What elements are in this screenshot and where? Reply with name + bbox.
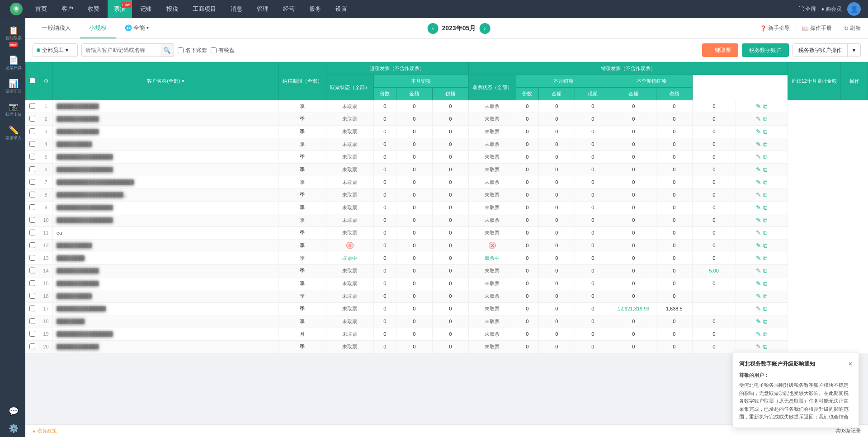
nav-tax[interactable]: 报税 [160, 0, 184, 18]
copy-icon[interactable]: ⧉ [763, 293, 767, 300]
td-client-name[interactable]: ████████████ [53, 264, 279, 277]
sidebar-item-scan-upload[interactable]: 📷 扫描上传 [0, 98, 25, 122]
row-checkbox[interactable] [29, 192, 35, 197]
row-checkbox[interactable] [29, 179, 35, 185]
td-client-name[interactable]: ███████████████████... [53, 188, 279, 201]
copy-icon[interactable]: ⧉ [763, 217, 767, 224]
nav-charge[interactable]: 收费 [81, 0, 106, 18]
nav-client[interactable]: 客户 [55, 0, 80, 18]
copy-icon[interactable]: ⧉ [763, 331, 767, 338]
copy-icon[interactable]: ⧉ [763, 280, 767, 287]
edit-icon[interactable]: ✎ [756, 153, 761, 160]
row-checkbox[interactable] [29, 154, 35, 160]
nav-service[interactable]: 服务 [303, 0, 327, 18]
one-key-fetch-button[interactable]: 一键取票 [702, 43, 738, 57]
td-client-name[interactable]: ██████████ [53, 290, 279, 302]
edit-icon[interactable]: ✎ [756, 305, 761, 312]
row-checkbox[interactable] [29, 103, 35, 109]
staff-dropdown[interactable]: 全部员工 ▾ [33, 43, 78, 57]
sub-accounts-checkbox[interactable] [178, 47, 184, 53]
sidebar-item-smart-fetch[interactable]: 📋 智能取票 new [0, 22, 25, 52]
edit-icon[interactable]: ✎ [756, 343, 761, 350]
edit-icon[interactable]: ✎ [756, 103, 761, 110]
cumulative-link[interactable]: 5.00 [709, 268, 719, 273]
edit-icon[interactable]: ✎ [756, 229, 761, 236]
edit-icon[interactable]: ✎ [756, 166, 761, 173]
copy-icon[interactable]: ⧉ [763, 230, 767, 236]
copy-icon[interactable]: ⧉ [763, 154, 767, 160]
copy-icon[interactable]: ⧉ [763, 141, 767, 148]
row-checkbox[interactable] [29, 204, 35, 210]
period-next-button[interactable]: › [479, 23, 490, 34]
td-client-name[interactable]: ██████████████████████ [53, 176, 279, 188]
td-client-name[interactable]: ████████████████ [53, 163, 279, 176]
td-client-name[interactable]: ██████████ [53, 138, 279, 150]
period-prev-button[interactable]: ‹ [428, 23, 439, 34]
app-logo[interactable] [7, 0, 25, 18]
row-checkbox[interactable] [29, 331, 35, 337]
td-client-name[interactable]: ████████████████ [53, 328, 279, 340]
sidebar-item-msg[interactable]: 💬 [0, 403, 25, 420]
tab-general-taxpayer[interactable]: 一般纳税人 [33, 18, 80, 38]
row-checkbox[interactable] [29, 242, 35, 248]
copy-icon[interactable]: ⧉ [763, 242, 767, 249]
copy-icon[interactable]: ⧉ [763, 192, 767, 198]
search-button[interactable]: 🔍 [160, 43, 174, 57]
td-client-name[interactable]: ████████████ [53, 340, 279, 353]
red-amount-link[interactable]: 12,621,319.99 [618, 306, 649, 311]
notification-close-button[interactable]: × [849, 359, 852, 369]
row-checkbox[interactable] [29, 128, 35, 134]
row-checkbox[interactable] [29, 343, 35, 349]
copy-icon[interactable]: ⧉ [763, 268, 767, 274]
edit-icon[interactable]: ✎ [756, 242, 761, 249]
edit-icon[interactable]: ✎ [756, 128, 761, 135]
tax-ops-dropdown-button[interactable]: ▼ [848, 43, 861, 57]
row-checkbox[interactable] [29, 268, 35, 273]
row-checkbox[interactable] [29, 255, 35, 261]
nav-settings[interactable]: 设置 [329, 0, 354, 18]
row-checkbox[interactable] [29, 293, 35, 299]
td-client-name[interactable]: ████████████████ [53, 150, 279, 163]
edit-icon[interactable]: ✎ [756, 204, 761, 211]
row-checkbox[interactable] [29, 305, 35, 311]
nav-business[interactable]: 工商项目 [186, 0, 222, 18]
sidebar-item-invoice-summary[interactable]: 📊 票据汇总 [0, 75, 25, 99]
nav-accounting[interactable]: 记账 [134, 0, 158, 18]
copy-icon[interactable]: ⧉ [763, 343, 767, 350]
td-client-name[interactable]: ████████ [53, 252, 279, 264]
row-checkbox[interactable] [29, 217, 35, 223]
copy-icon[interactable]: ⧉ [763, 255, 767, 262]
edit-icon[interactable]: ✎ [756, 216, 761, 224]
sidebar-item-invoice-open[interactable]: 📄 发票开具 [0, 52, 25, 75]
sidebar-item-setting[interactable]: ⚙️ [0, 420, 25, 437]
new-guide-button[interactable]: ❓ 新手引导 [760, 24, 790, 32]
nav-invoice[interactable]: 票据 new [108, 0, 132, 18]
has-tax-disk-checkbox[interactable] [211, 47, 217, 53]
membership-button[interactable]: ♦ 购会员 [821, 5, 842, 13]
checkbox-sub-accounts[interactable]: 名下账套 [178, 47, 207, 54]
select-all-checkbox[interactable] [29, 78, 35, 84]
td-client-name[interactable]: ██████████████ [53, 302, 279, 315]
search-input[interactable] [81, 43, 163, 57]
row-checkbox[interactable] [29, 318, 35, 324]
sidebar-item-invoice-entry[interactable]: ✏️ 票据录入 [0, 122, 25, 145]
row-checkbox[interactable] [29, 280, 35, 286]
nav-home[interactable]: 首页 [29, 0, 53, 18]
td-client-name[interactable]: ea [53, 226, 279, 239]
td-client-name[interactable]: ████████ [53, 315, 279, 328]
nav-message[interactable]: 消息 [224, 0, 249, 18]
fullscreen-button[interactable]: ⛶ 全屏 [798, 5, 816, 13]
copy-icon[interactable]: ⧉ [763, 103, 767, 110]
manual-button[interactable]: 📖 操作手册 [802, 24, 832, 32]
td-client-name[interactable]: ████████████ [53, 113, 279, 125]
edit-icon[interactable]: ✎ [756, 280, 761, 287]
copy-icon[interactable]: ⧉ [763, 166, 767, 173]
copy-icon[interactable]: ⧉ [763, 204, 767, 211]
tax-policy-link[interactable]: ● 税务政策 [33, 428, 57, 434]
tax-digital-account-button[interactable]: 税务数字账户 [742, 43, 789, 57]
edit-icon[interactable]: ✎ [756, 292, 761, 300]
row-checkbox[interactable] [29, 116, 35, 122]
edit-icon[interactable]: ✎ [756, 191, 761, 198]
tax-ops-button[interactable]: 税务数字账户操作 [793, 43, 848, 57]
td-client-name[interactable]: ████████████████ [53, 214, 279, 226]
